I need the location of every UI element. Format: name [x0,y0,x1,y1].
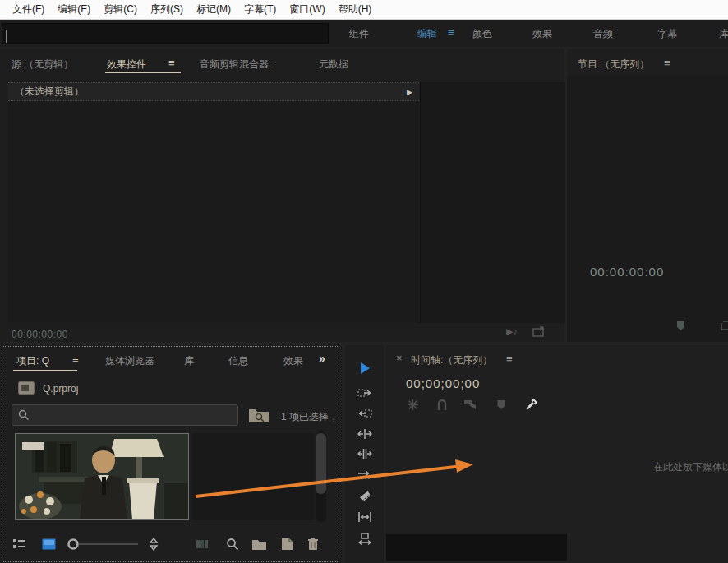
menu-clip[interactable]: 剪辑(C) [98,1,143,18]
timeline-display-settings-button[interactable] [523,397,539,412]
slip-tool-icon [357,511,372,523]
list-view-icon [12,538,25,550]
tab-metadata[interactable]: 元数据 [319,58,348,72]
new-bin-icon [251,538,267,551]
workspace-tab-editing[interactable]: 编辑 [417,27,437,41]
tab-effect-controls[interactable]: 效果控件 [107,58,146,72]
menu-markers[interactable]: 标记(M) [191,1,237,18]
new-bin-button[interactable] [250,536,268,552]
menu-captions[interactable]: 字幕(T) [238,1,282,18]
tab-libraries[interactable]: 库 [184,354,194,368]
linked-selection-icon [463,399,477,411]
workspace-tab-color[interactable]: 颜色 [472,27,492,41]
expand-triangle-icon[interactable]: ▶ [407,88,412,96]
wrench-icon [524,398,538,412]
new-item-button[interactable] [278,536,296,552]
menu-file[interactable]: 文件(F) [7,1,50,18]
snap-button[interactable] [434,397,450,412]
menu-window[interactable]: 窗口(W) [283,1,330,18]
rolling-edit-icon [357,448,372,459]
tab-effects[interactable]: 效果 [283,354,303,368]
ripple-edit-icon [357,428,372,440]
program-panel-title[interactable]: 节目:（无序列） [578,58,649,72]
text-caret [6,30,7,43]
menu-sequence[interactable]: 序列(S) [145,1,189,18]
selection-tool-icon [358,362,371,375]
project-file-name[interactable]: Q.prproj [43,383,78,395]
search-icon [18,409,30,421]
project-scrollbar-thumb[interactable] [316,433,326,494]
project-panel-menu-icon[interactable]: ≡ [72,353,79,366]
new-item-icon [281,538,293,551]
rate-stretch-tool[interactable] [357,467,373,483]
automate-to-sequence-button[interactable] [194,536,212,552]
search-bin-icon[interactable] [248,407,270,423]
menu-help[interactable]: 帮助(H) [333,1,378,18]
workspace-bar: 组件 编辑 ≡ 颜色 效果 音频 字幕 库 [0,20,728,47]
trash-icon [307,538,319,551]
linked-selection-button[interactable] [462,397,478,412]
insert-nest-sequence-button[interactable] [404,397,421,412]
clip-thumbnail-image [16,434,188,519]
tab-info[interactable]: 信息 [228,354,248,368]
tab-audio-clip-mixer[interactable]: 音频剪辑混合器: [200,58,271,72]
workspace-menu-icon[interactable]: ≡ [448,26,454,39]
razor-tool[interactable] [357,487,373,504]
tab-media-browser[interactable]: 媒体浏览器 [105,354,154,368]
selection-tool[interactable] [357,360,373,376]
tab-source-monitor[interactable]: 源:（无剪辑） [12,58,73,72]
program-monitor-panel: 节目:（无序列） ≡ 00:00:00:00 [567,49,728,342]
rate-stretch-icon [357,469,372,481]
add-marker-button[interactable] [493,397,509,412]
delete-button[interactable] [304,536,322,552]
slide-tool[interactable] [357,531,373,547]
workspace-search-box[interactable] [2,23,329,44]
export-frame-icon[interactable] [532,325,546,338]
project-search-input[interactable] [12,404,238,426]
find-button[interactable] [223,536,242,552]
source-timecode[interactable]: 00:00:00:00 [12,329,68,340]
effect-controls-timeline-lane [420,82,565,323]
find-icon [226,538,239,551]
rolling-edit-tool[interactable] [357,445,373,462]
list-view-button[interactable] [10,536,28,552]
premiere-app-window: 文件(F) 编辑(E) 剪辑(C) 序列(S) 标记(M) 字幕(T) 窗口(W… [0,0,728,563]
sort-icon [148,538,159,551]
timeline-panel: × 时间轴:（无序列） ≡ 00;00;00;00 [386,345,728,563]
timeline-panel-title[interactable]: 时间轴:（无序列） [411,353,492,367]
program-panel-menu-icon[interactable]: ≡ [664,57,670,69]
zoom-slider[interactable] [67,538,141,550]
project-file-icon [18,381,35,395]
program-timecode[interactable]: 00:00:00:00 [590,265,664,279]
active-tab-underline [105,72,181,73]
icon-view-button[interactable] [39,536,58,552]
zoom-slider-knob[interactable] [69,540,78,549]
magnet-icon [436,399,448,411]
play-audio-icon[interactable]: ▶♪ [506,326,518,337]
workspace-tab-libraries[interactable]: 库 [719,27,728,41]
slip-tool[interactable] [357,509,373,525]
effect-controls-content [8,101,419,323]
empty-grid-cell [192,433,314,520]
workspace-tab-assembly[interactable]: 组件 [349,27,369,41]
clip-thumbnail[interactable] [15,433,189,520]
timeline-timecode[interactable]: 00;00;00;00 [406,376,480,390]
workspace-tab-effects[interactable]: 效果 [532,27,552,41]
export-frame-partial-icon[interactable] [720,321,728,331]
menu-edit[interactable]: 编辑(E) [52,1,96,18]
workspace-tab-audio[interactable]: 音频 [593,27,613,41]
sort-icons-button[interactable] [145,536,163,552]
track-select-backward-tool[interactable] [357,405,373,422]
tab-project[interactable]: 项目: Q [16,354,49,368]
no-clip-selected-label: （未选择剪辑） [15,85,84,99]
timeline-panel-menu-icon[interactable]: ≡ [506,353,513,365]
add-marker-icon[interactable] [675,321,686,331]
tab-overflow-chevron-icon[interactable]: » [319,352,325,365]
close-panel-icon[interactable]: × [396,352,403,364]
ripple-edit-tool[interactable] [357,426,373,442]
effect-controls-panel-menu-icon[interactable]: ≡ [168,57,175,69]
workspace-tab-captions[interactable]: 字幕 [657,27,677,41]
timeline-track-footer [386,534,567,561]
track-select-forward-tool[interactable] [357,385,373,401]
project-scrollbar-track[interactable] [316,431,326,522]
